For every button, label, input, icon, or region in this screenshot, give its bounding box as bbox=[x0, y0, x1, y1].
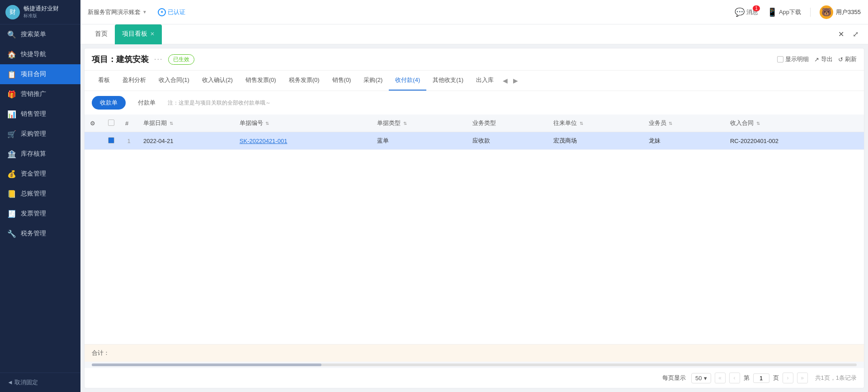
scrollbar-thumb[interactable] bbox=[92, 363, 321, 366]
sidebar-item-tax[interactable]: 🔧 税务管理 bbox=[0, 224, 80, 244]
topbar-divider bbox=[810, 8, 811, 17]
export-icon: ↗ bbox=[814, 56, 819, 63]
refresh-action[interactable]: ↺ 刷新 bbox=[838, 55, 857, 63]
prev-page-btn[interactable]: ‹ bbox=[729, 373, 740, 383]
table-footer: 合计： bbox=[85, 344, 864, 362]
sub-nav-income-confirm[interactable]: 收入确认(2) bbox=[196, 71, 239, 91]
sub-tab-payment[interactable]: 付款单 bbox=[129, 96, 164, 110]
col-salesman[interactable]: 业务员 ⇅ bbox=[643, 115, 725, 132]
detail-checkbox[interactable] bbox=[777, 56, 783, 62]
sort-income-icon: ⇅ bbox=[756, 121, 760, 126]
phone-icon: 📱 bbox=[767, 7, 777, 17]
row-checkbox-cell[interactable] bbox=[103, 132, 120, 150]
sub-nav-inventory-out[interactable]: 出入库 bbox=[470, 71, 500, 91]
col-biz-type: 业务类型 bbox=[467, 115, 548, 132]
sidebar-label-quick-nav: 快捷导航 bbox=[21, 50, 46, 58]
sub-nav-prev-icon[interactable]: ◀ bbox=[500, 75, 510, 86]
sub-nav-purchase[interactable]: 采购(2) bbox=[357, 71, 389, 91]
tab-close-icon[interactable]: ✕ bbox=[150, 31, 155, 37]
horizontal-scrollbar[interactable] bbox=[85, 362, 864, 368]
sidebar-item-ledger[interactable]: 📒 总账管理 bbox=[0, 184, 80, 204]
sidebar-item-inventory[interactable]: 🏦 库存核算 bbox=[0, 144, 80, 164]
sub-nav-receipt-payment[interactable]: 收付款(4) bbox=[389, 71, 426, 91]
sidebar-item-project-contract[interactable]: 📋 项目合同 bbox=[0, 64, 80, 84]
user-label: 用户3355 bbox=[836, 8, 861, 16]
per-page-select[interactable]: 50 ▾ bbox=[691, 373, 711, 383]
message-badge: 1 bbox=[753, 5, 760, 11]
page-number-input[interactable] bbox=[753, 373, 769, 383]
topbar-right: 💬 消息 1 📱 App下载 🐻 用户3355 bbox=[735, 5, 861, 19]
account-selector[interactable]: 新服务官网演示账套 ▼ bbox=[88, 8, 147, 16]
sub-tab-receipt[interactable]: 收款单 bbox=[92, 96, 126, 110]
col-partner[interactable]: 往来单位 ⇅ bbox=[548, 115, 643, 132]
user-menu[interactable]: 🐻 用户3355 bbox=[820, 5, 861, 19]
sort-doctype-icon: ⇅ bbox=[403, 121, 407, 126]
col-doc-type[interactable]: 单据类型 ⇅ bbox=[372, 115, 467, 132]
close-button[interactable]: ✕ bbox=[835, 29, 846, 40]
app-name: 畅捷通好业财 bbox=[24, 5, 59, 12]
col-income-contract[interactable]: 收入合同 ⇅ bbox=[725, 115, 864, 132]
sub-nav-sales[interactable]: 销售(0) bbox=[326, 71, 358, 91]
sub-nav-sales-invoice[interactable]: 销售发票(0) bbox=[239, 71, 283, 91]
tabs-bar: 首页 项目看板 ✕ ✕ ⤢ bbox=[80, 24, 868, 44]
doc-code-link[interactable]: SK-20220421-001 bbox=[240, 138, 288, 144]
export-action[interactable]: ↗ 导出 bbox=[814, 55, 833, 63]
row-biz-type: 应收款 bbox=[467, 132, 548, 150]
app-download-action[interactable]: 📱 App下载 bbox=[767, 7, 801, 17]
row-checkbox[interactable] bbox=[108, 137, 114, 143]
sub-nav-other-income[interactable]: 其他收支(1) bbox=[426, 71, 470, 91]
col-partner-label: 往来单位 bbox=[553, 120, 577, 126]
more-options-icon[interactable]: ··· bbox=[154, 55, 163, 63]
sidebar-unpin[interactable]: ◄ 取消固定 bbox=[0, 373, 80, 392]
sidebar-label-project-contract: 项目合同 bbox=[21, 70, 46, 78]
row-income-contract: RC-20220401-002 bbox=[725, 132, 864, 150]
col-date[interactable]: 单据日期 ⇅ bbox=[138, 115, 234, 132]
project-name: 建筑安装 bbox=[116, 54, 149, 65]
sub-nav-tax-invoice[interactable]: 税务发票(0) bbox=[283, 71, 326, 91]
sidebar-item-search[interactable]: 🔍 搜索菜单 bbox=[0, 24, 80, 44]
sub-nav-profit[interactable]: 盈利分析 bbox=[116, 71, 152, 91]
sidebar-item-marketing[interactable]: 🎁 营销推广 bbox=[0, 84, 80, 104]
per-page-label: 每页显示 bbox=[662, 374, 686, 382]
account-dropdown-icon: ▼ bbox=[142, 10, 147, 14]
sub-nav-kanban[interactable]: 看板 bbox=[92, 71, 116, 91]
show-detail-action[interactable]: 显示明细 bbox=[777, 55, 809, 63]
sidebar-item-invoice[interactable]: 🧾 发票管理 bbox=[0, 204, 80, 224]
tab-project-board[interactable]: 项目看板 ✕ bbox=[115, 24, 162, 44]
col-doc-type-label: 单据类型 bbox=[377, 120, 401, 126]
first-page-btn[interactable]: « bbox=[715, 373, 726, 383]
table-row[interactable]: 1 2022-04-21 SK-20220421-001 蓝单 应收款 宏茂商场… bbox=[85, 132, 864, 150]
sidebar-item-fund[interactable]: 💰 资金管理 bbox=[0, 164, 80, 184]
app-edition: 标准版 bbox=[24, 13, 59, 19]
table-header-row: ⚙ # 单据日期 ⇅ 单据编号 bbox=[85, 115, 864, 132]
row-partner: 宏茂商场 bbox=[548, 132, 643, 150]
refresh-icon: ↺ bbox=[838, 56, 843, 63]
row-code[interactable]: SK-20220421-001 bbox=[234, 132, 372, 150]
show-detail-label: 显示明细 bbox=[785, 55, 809, 63]
sidebar-label-ledger: 总账管理 bbox=[21, 190, 46, 198]
message-action[interactable]: 💬 消息 1 bbox=[735, 7, 758, 17]
col-settings[interactable]: ⚙ bbox=[85, 115, 103, 132]
col-checkbox[interactable] bbox=[103, 115, 120, 132]
sub-nav-income-contract[interactable]: 收入合同(1) bbox=[152, 71, 196, 91]
topbar-left: 新服务官网演示账套 ▼ ✦ 已认证 bbox=[88, 8, 735, 16]
sidebar-item-quick-nav[interactable]: 🏠 快捷导航 bbox=[0, 44, 80, 64]
column-settings-icon[interactable]: ⚙ bbox=[90, 120, 95, 127]
export-label: 导出 bbox=[821, 55, 833, 63]
sidebar-item-purchase[interactable]: 🛒 采购管理 bbox=[0, 124, 80, 144]
sidebar-item-sales[interactable]: 📊 销售管理 bbox=[0, 104, 80, 124]
sort-partner-icon: ⇅ bbox=[580, 121, 583, 126]
row-salesman: 龙妹 bbox=[643, 132, 725, 150]
col-code[interactable]: 单据编号 ⇅ bbox=[234, 115, 372, 132]
sub-nav: 看板 盈利分析 收入合同(1) 收入确认(2) 销售发票(0) 税务发票(0) … bbox=[85, 71, 864, 91]
last-page-btn[interactable]: » bbox=[797, 373, 808, 383]
col-biz-type-label: 业务类型 bbox=[472, 120, 496, 126]
select-all-checkbox[interactable] bbox=[108, 120, 114, 126]
sub-nav-next-icon[interactable]: ▶ bbox=[510, 75, 521, 86]
tab-home[interactable]: 首页 bbox=[88, 24, 115, 44]
row-settings bbox=[85, 132, 103, 150]
next-page-btn[interactable]: › bbox=[783, 373, 793, 383]
maximize-button[interactable]: ⤢ bbox=[850, 29, 861, 40]
sidebar-unpin-label: ◄ 取消固定 bbox=[7, 378, 38, 387]
scrollbar-track[interactable] bbox=[92, 363, 857, 366]
